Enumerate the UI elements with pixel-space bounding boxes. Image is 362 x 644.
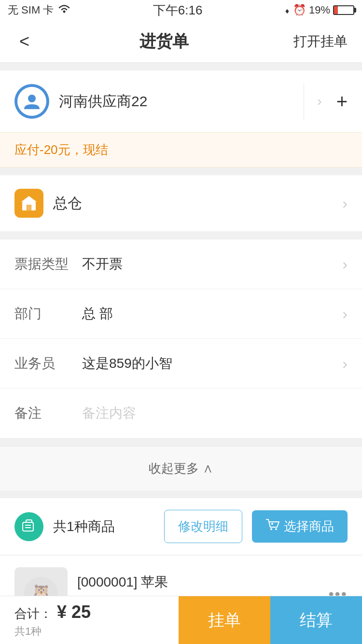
invoice-chevron-icon: › <box>342 255 348 273</box>
warehouse-section: 总仓 › <box>0 175 362 232</box>
bottom-bar: 合计： ¥ 25 共1种 挂单 结算 <box>0 596 362 644</box>
location-icon: ⬧ <box>284 5 290 16</box>
hang-order-button[interactable]: 挂单 <box>179 596 270 644</box>
supplier-section: 河南供应商22 › + 应付-20元，现结 <box>0 70 362 168</box>
invoice-row[interactable]: 票据类型 不开票 › <box>0 239 362 289</box>
sales-chevron-icon: › <box>342 355 348 373</box>
battery-text: 19% <box>309 4 330 16</box>
svg-point-1 <box>28 95 36 102</box>
remark-value[interactable]: 备注内容 <box>82 404 348 422</box>
total-count: 共1种 <box>14 624 164 639</box>
product-count-text: 共1种商品 <box>53 518 154 536</box>
remark-label: 备注 <box>14 404 82 422</box>
remark-row[interactable]: 备注 备注内容 <box>0 389 362 438</box>
total-label: 合计： <box>14 605 52 622</box>
wifi-icon <box>57 4 71 16</box>
product-count-icon <box>14 512 43 541</box>
battery-icon <box>333 5 354 15</box>
nav-bar: < 进货单 打开挂单 <box>0 20 362 63</box>
collapse-button[interactable]: 收起更多 ∧ <box>0 446 362 490</box>
total-area: 合计： ¥ 25 共1种 <box>0 596 179 644</box>
status-time: 下午6:16 <box>153 2 203 19</box>
select-product-button[interactable]: 选择商品 <box>252 510 348 543</box>
add-supplier-button[interactable]: + <box>336 91 348 112</box>
total-amount: ¥ 25 <box>57 602 91 622</box>
product-header: 共1种商品 修改明细 选择商品 <box>0 498 362 555</box>
dept-chevron-icon: › <box>342 305 348 323</box>
divider <box>304 83 304 120</box>
dept-value: 总 部 <box>82 305 342 323</box>
svg-rect-5 <box>27 205 31 210</box>
svg-point-0 <box>63 11 66 13</box>
status-bar: 无 SIM 卡 下午6:16 ⬧ ⏰ 19% <box>0 0 362 20</box>
select-product-label: 选择商品 <box>284 518 334 535</box>
open-pending-button[interactable]: 打开挂单 <box>293 32 348 51</box>
alarm-icon: ⏰ <box>293 4 306 16</box>
warehouse-icon <box>14 189 43 218</box>
supplier-row[interactable]: 河南供应商22 › + <box>0 70 362 132</box>
warehouse-chevron-icon: › <box>342 195 348 212</box>
supplier-name: 河南供应商22 <box>59 92 317 112</box>
supplier-chevron-icon: › <box>317 94 321 109</box>
settle-button[interactable]: 结算 <box>270 596 362 644</box>
notice-banner: 应付-20元，现结 <box>0 132 362 168</box>
svg-marker-3 <box>21 196 37 202</box>
product-name: [0000001] 苹果 <box>77 573 319 591</box>
product-title: 苹果 <box>141 574 168 589</box>
carrier-text: 无 SIM 卡 <box>8 3 54 17</box>
cart-icon <box>265 518 280 534</box>
svg-rect-6 <box>23 522 33 531</box>
modify-detail-button[interactable]: 修改明细 <box>164 510 242 543</box>
dept-label: 部门 <box>14 305 82 323</box>
form-section: 票据类型 不开票 › 部门 总 部 › 业务员 这是859的小智 › 备注 备注… <box>0 239 362 438</box>
sales-label: 业务员 <box>14 354 82 373</box>
collapse-section: 收起更多 ∧ <box>0 446 362 490</box>
status-right: ⬧ ⏰ 19% <box>284 4 354 16</box>
page-title: 进货单 <box>139 30 189 53</box>
invoice-value: 不开票 <box>82 255 342 273</box>
invoice-label: 票据类型 <box>14 255 82 273</box>
status-left: 无 SIM 卡 <box>8 3 71 17</box>
supplier-avatar <box>14 84 49 119</box>
warehouse-name: 总仓 <box>53 194 342 213</box>
sales-value: 这是859的小智 <box>82 354 342 373</box>
back-button[interactable]: < <box>14 27 34 56</box>
svg-point-10 <box>275 528 277 530</box>
warehouse-row[interactable]: 总仓 › <box>0 175 362 232</box>
dept-row[interactable]: 部门 总 部 › <box>0 289 362 339</box>
total-line: 合计： ¥ 25 <box>14 602 164 622</box>
svg-point-9 <box>270 528 272 530</box>
sales-row[interactable]: 业务员 这是859的小智 › <box>0 339 362 389</box>
product-code: [0000001] <box>77 574 138 589</box>
